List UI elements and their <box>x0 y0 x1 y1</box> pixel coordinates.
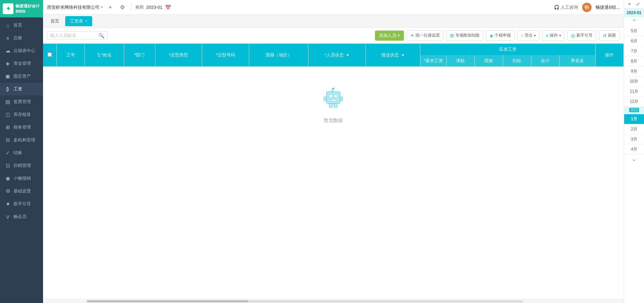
special-deduction-button[interactable]: ⊞ 专项附加扣除 <box>446 30 483 41</box>
sidebar-item-ledger[interactable]: ≡ 总账 <box>0 32 43 44</box>
period-month-2[interactable]: 2月 <box>624 124 644 134</box>
sidebar-item-report[interactable]: ☁ 云报表中心 <box>0 44 43 57</box>
add-person-label: 添加人员 <box>379 33 396 39</box>
sidebar-item-label: 税务管理 <box>13 124 31 130</box>
sidebar-item-assets[interactable]: ▣ 固定资产 <box>0 70 43 83</box>
period-month-8[interactable]: 8月 <box>624 56 644 67</box>
period-month-6[interactable]: 6月 <box>624 36 644 46</box>
refresh-label: 刷新 <box>608 33 616 38</box>
col-id-num: *证型号码 <box>202 44 249 67</box>
period-month-4[interactable]: 4月 <box>624 144 644 155</box>
refresh-button[interactable]: ↺ 刷新 <box>599 30 620 41</box>
support-button[interactable]: 🎧 人工咨询 <box>554 4 578 10</box>
settings-button[interactable]: ⚙ <box>118 3 127 12</box>
period-year-display: 2023-01 <box>627 10 641 15</box>
operations-button[interactable]: ≡ 操作 ▾ <box>542 30 565 41</box>
sort-icon[interactable]: ⇅ <box>97 52 101 57</box>
app-logo: ✦ 畅捷通好会计 旗舰版 <box>0 0 43 17</box>
social-security-label: 统一社保设置 <box>416 33 440 38</box>
sidebar-item-invoice[interactable]: ▤ 发票管理 <box>0 95 43 108</box>
period-scroll-down[interactable]: ⌄ <box>624 155 644 164</box>
salary-icon: ₿ <box>5 86 11 92</box>
col-checkbox[interactable] <box>43 44 56 67</box>
add-company-button[interactable]: + <box>106 3 115 12</box>
period-year-badge-wrap: 2023 <box>624 107 644 114</box>
sidebar-item-label: 固定资产 <box>13 73 31 79</box>
export-button[interactable]: ↑ 导出 ▾ <box>517 30 539 41</box>
tab-salary[interactable]: 工资表 × <box>65 16 92 26</box>
empty-text: 暂无数据 <box>324 118 343 124</box>
tab-salary-label: 工资表 <box>70 18 83 24</box>
calendar-icon[interactable]: 📅 <box>165 5 171 10</box>
svg-rect-6 <box>329 103 333 107</box>
period-value: 2023-01 <box>146 5 162 10</box>
cloud-icon: ☁ <box>5 48 11 54</box>
col-id: 工号 <box>56 44 85 67</box>
sidebar-item-tax[interactable]: ⊞ 税务管理 <box>0 121 43 134</box>
special-deduction-label: 专项附加扣除 <box>455 33 480 38</box>
headset-icon: 🎧 <box>554 5 559 10</box>
sidebar-item-home[interactable]: ⌂ 首页 <box>0 19 43 32</box>
bottom-scrollbar[interactable] <box>43 299 624 303</box>
sidebar-item-label: 发票管理 <box>13 99 31 105</box>
col-performance: 绩效 <box>475 55 503 67</box>
tab-home[interactable]: 首页 <box>46 16 64 26</box>
company-selector[interactable]: 西安虾米网络科技有限公司 ▾ <box>47 4 103 10</box>
report-filter-icon[interactable]: ▼ <box>401 53 405 57</box>
period-month-10[interactable]: 10月 <box>624 77 644 87</box>
period-month-1[interactable]: 1月 <box>624 114 644 124</box>
period-month-5[interactable]: 5月 <box>624 26 644 36</box>
tab-home-label: 首页 <box>50 18 59 24</box>
period-month-12[interactable]: 12月 <box>624 97 644 107</box>
social-security-button[interactable]: ⚭ 统一社保设置 <box>407 30 444 41</box>
close-panel-button[interactable]: × <box>628 1 631 7</box>
add-person-chevron-icon: ▾ <box>398 33 400 38</box>
search-input[interactable] <box>50 33 97 38</box>
guide-label: 新手引导 <box>576 33 593 38</box>
sidebar-item-guide[interactable]: ★ 新手引导 <box>0 198 43 210</box>
expand-panel-button[interactable]: ⤢ <box>636 1 640 7</box>
svg-rect-0 <box>327 92 340 103</box>
status-filter-icon[interactable]: ▼ <box>346 53 350 57</box>
col-name: ⇅*姓名 <box>85 44 124 67</box>
col-status: *人员状态 ▼ <box>308 44 366 67</box>
period-month-3[interactable]: 3月 <box>624 134 644 144</box>
sidebar-item-salary[interactable]: ₿ 工资 <box>0 83 43 95</box>
tab-close-icon[interactable]: × <box>85 19 87 24</box>
period-month-11[interactable]: 11月 <box>624 87 644 97</box>
sidebar-item-inventory[interactable]: ◫ 库存核算 <box>0 108 43 121</box>
sidebar-item-label: 库存核算 <box>13 112 31 118</box>
sidebar-item-closing[interactable]: ✓ 结账 <box>0 146 43 159</box>
col-operations: 操作 <box>595 44 623 67</box>
multi-icon: ⊟ <box>5 137 11 143</box>
refresh-icon: ↺ <box>603 33 607 38</box>
personal-tax-button[interactable]: ◈ 个税申报 <box>486 30 515 41</box>
period-scroll-up[interactable]: ⌃ <box>624 17 644 26</box>
export-chevron-icon: ▾ <box>534 34 536 37</box>
sidebar: ✦ 畅捷通好会计 旗舰版 ⌂ 首页 ≡ 总账 ☁ 云报表中心 ◈ 资金管理 ▣ … <box>0 0 43 303</box>
sidebar-item-label: 工资 <box>13 86 22 92</box>
add-person-button[interactable]: 添加人员 ▾ <box>375 31 404 41</box>
sidebar-item-multi[interactable]: ⊟ 多机构管理 <box>0 134 43 146</box>
sidebar-item-expense[interactable]: ◉ 小畅报销 <box>0 172 43 185</box>
sidebar-item-archive[interactable]: ⊡ 归档管理 <box>0 159 43 172</box>
member-icon: V <box>5 214 11 220</box>
col-pension: 养老金 <box>559 55 595 67</box>
tabbar: 首页 工资表 × <box>43 15 624 28</box>
guide-button[interactable]: ◎ 新手引导 <box>567 30 596 41</box>
scrollbar-thumb <box>87 300 248 302</box>
operations-icon: ≡ <box>546 33 548 38</box>
special-deduction-icon: ⊞ <box>450 33 454 38</box>
col-total: 合计 <box>531 55 559 67</box>
sidebar-item-member[interactable]: V 畅会员 <box>0 210 43 223</box>
period-month-9[interactable]: 9月 <box>624 67 644 77</box>
personal-tax-label: 个税申报 <box>495 33 511 38</box>
select-all-checkbox[interactable] <box>47 52 52 57</box>
sidebar-item-settings[interactable]: ⚙ 基础设置 <box>0 185 43 198</box>
col-salary-group: 应发工资 <box>420 44 595 55</box>
sidebar-item-finance[interactable]: ◈ 资金管理 <box>0 57 43 70</box>
period-month-7[interactable]: 7月 <box>624 46 644 56</box>
col-base-salary: *基本工资 <box>420 55 446 67</box>
operations-chevron-icon: ▾ <box>559 34 561 37</box>
period-label: 账期 <box>136 4 144 10</box>
